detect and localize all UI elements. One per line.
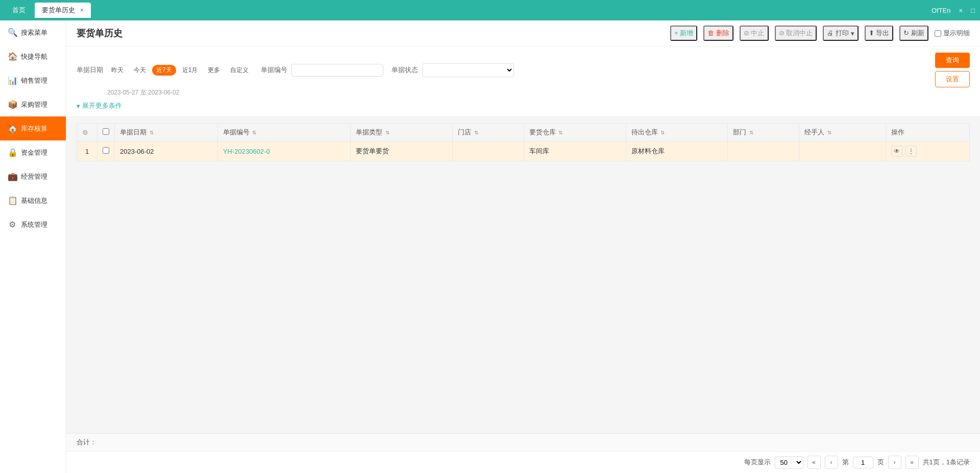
- footer-total: 合计：: [66, 433, 980, 451]
- date-btn-today[interactable]: 今天: [130, 65, 150, 76]
- th-date: 单据日期 ⇅: [115, 124, 218, 141]
- filter-row: 单据日期 昨天 今天 近7天 近1月 更多 自定义 单据编号: [77, 53, 970, 87]
- status-label: 单据状态: [391, 65, 418, 75]
- th-order-no-label: 单据编号: [223, 128, 250, 136]
- prev-page-button[interactable]: ‹: [825, 456, 838, 469]
- action-icons: 👁 ⋮: [891, 146, 964, 157]
- next-page-button[interactable]: ›: [888, 456, 901, 469]
- row-checkbox-cell[interactable]: [97, 141, 115, 161]
- maximize-icon[interactable]: □: [971, 7, 975, 14]
- new-button[interactable]: + 新增: [670, 26, 697, 41]
- print-dropdown-icon: ▾: [851, 30, 854, 37]
- pending-warehouse-sort-icon[interactable]: ⇅: [660, 130, 665, 135]
- date-btn-custom[interactable]: 自定义: [226, 65, 253, 76]
- req-warehouse-sort-icon[interactable]: ⇅: [558, 130, 562, 135]
- sidebar-item-inventory[interactable]: 🏠 库存核算: [0, 116, 66, 140]
- refresh-button[interactable]: ↻ 刷新: [899, 26, 928, 41]
- last-page-button[interactable]: »: [905, 456, 919, 469]
- order-no-label: 单据编号: [261, 65, 287, 75]
- first-page-button[interactable]: «: [807, 456, 821, 469]
- status-select[interactable]: [422, 63, 514, 77]
- total-label: 合计：: [77, 438, 96, 446]
- sidebar-label-basic-info: 基础信息: [21, 196, 47, 205]
- sidebar-label-quick-nav: 快捷导航: [21, 52, 47, 61]
- per-page-select[interactable]: 50 100: [775, 456, 803, 469]
- delete-button[interactable]: 🗑 删除: [703, 26, 733, 41]
- row-req-warehouse: 车间库: [524, 141, 626, 161]
- display-detail-check[interactable]: [935, 30, 941, 37]
- order-no-link[interactable]: YH-20230602-0: [223, 148, 270, 155]
- settings-button[interactable]: 设置: [935, 71, 970, 87]
- th-type: 单据类型 ⇅: [351, 124, 453, 141]
- sidebar-item-sales-mgmt[interactable]: 📊 销售管理: [0, 68, 66, 92]
- close-window-icon[interactable]: ×: [959, 7, 963, 14]
- total-info: 共1页，1条记录: [923, 458, 970, 467]
- store-sort-icon[interactable]: ⇅: [474, 130, 478, 135]
- date-sort-icon[interactable]: ⇅: [150, 130, 154, 135]
- often-label: OfTEn: [932, 7, 951, 14]
- row-checkbox[interactable]: [103, 147, 109, 154]
- sidebar-item-ops-mgmt[interactable]: 💼 经营管理: [0, 164, 66, 188]
- th-checkbox[interactable]: [97, 124, 115, 141]
- export-button[interactable]: ⬆ 导出: [865, 26, 894, 41]
- sys-mgmt-icon: ⚙: [8, 220, 17, 229]
- header-row: ⚙ 单据日期 ⇅ 单据编号 ⇅: [77, 124, 970, 141]
- stop-button[interactable]: ⊘ 中止: [740, 26, 769, 41]
- date-range-text: 2023-05-27 至 2023-06-02: [107, 89, 179, 96]
- action-more-icon[interactable]: ⋮: [905, 146, 917, 157]
- query-button[interactable]: 查询: [935, 53, 970, 68]
- sidebar-label-inventory: 库存核算: [21, 124, 47, 133]
- th-settings[interactable]: ⚙: [77, 124, 97, 141]
- handler-sort-icon[interactable]: ⇅: [827, 130, 831, 135]
- pagination-bar: 每页显示 50 100 « ‹ 第 页 › » 共1页，1条记录: [66, 451, 980, 473]
- order-no-sort-icon[interactable]: ⇅: [252, 130, 256, 135]
- ops-mgmt-icon: 💼: [8, 172, 17, 181]
- page-number-input[interactable]: [853, 457, 873, 468]
- type-sort-icon[interactable]: ⇅: [385, 130, 389, 135]
- date-btn-7days[interactable]: 近7天: [152, 65, 176, 76]
- sidebar-item-search-menu[interactable]: 🔍 搜索菜单: [0, 20, 66, 44]
- page-header: 要货单历史 + 新增 🗑 删除 ⊘ 中止 ⊘ 取消中止 🖨 打印 ▾ ⬆ 导出 …: [66, 20, 980, 46]
- toolbar: + 新增 🗑 删除 ⊘ 中止 ⊘ 取消中止 🖨 打印 ▾ ⬆ 导出 ↻ 刷新 显…: [670, 26, 970, 46]
- top-bar-right: OfTEn × □: [932, 7, 975, 14]
- th-action-label: 操作: [891, 128, 904, 136]
- page-label-after: 页: [877, 458, 884, 467]
- sidebar-item-finance-mgmt[interactable]: 🔒 资金管理: [0, 140, 66, 164]
- display-detail-checkbox[interactable]: 显示明细: [935, 29, 970, 38]
- th-handler-label: 经手人: [804, 128, 824, 136]
- cancel-stop-button[interactable]: ⊘ 取消中止: [775, 26, 817, 41]
- sidebar-item-sys-mgmt[interactable]: ⚙ 系统管理: [0, 212, 66, 236]
- th-pending-warehouse: 待出仓库 ⇅: [626, 124, 728, 141]
- tab-order-history[interactable]: 要货单历史 ×: [35, 3, 91, 18]
- sidebar-item-purchase-mgmt[interactable]: 📦 采购管理: [0, 92, 66, 116]
- sidebar-label-sys-mgmt: 系统管理: [21, 220, 47, 229]
- sidebar-item-quick-nav[interactable]: 🏠 快捷导航: [0, 44, 66, 68]
- date-btn-yesterday[interactable]: 昨天: [107, 65, 128, 76]
- action-view-icon[interactable]: 👁: [891, 146, 902, 157]
- th-dept-label: 部门: [733, 128, 746, 136]
- order-no-input[interactable]: [291, 64, 383, 77]
- status-filter-group: 单据状态: [391, 63, 514, 77]
- th-action: 操作: [886, 124, 970, 141]
- row-type: 要货单要货: [351, 141, 453, 161]
- th-req-warehouse-label: 要货仓库: [529, 128, 556, 136]
- th-req-warehouse: 要货仓库 ⇅: [524, 124, 626, 141]
- table-body: 1 2023-06-02 YH-20230602-0 要货单要货 车间库 原材料…: [77, 141, 970, 161]
- sidebar-item-basic-info[interactable]: 📋 基础信息: [0, 188, 66, 212]
- print-button[interactable]: 🖨 打印 ▾: [823, 26, 859, 41]
- filter-area: 单据日期 昨天 今天 近7天 近1月 更多 自定义 单据编号: [66, 46, 980, 117]
- tab-home[interactable]: 首页: [5, 3, 33, 18]
- select-all-checkbox[interactable]: [103, 128, 109, 135]
- tab-bar: 首页 要货单历史 ×: [5, 3, 932, 18]
- home-tab-label: 首页: [12, 6, 26, 15]
- date-btn-1month[interactable]: 近1月: [178, 65, 202, 76]
- sidebar: 🔍 搜索菜单 🏠 快捷导航 📊 销售管理 📦 采购管理 🏠 库存核算 🔒 资金管…: [0, 20, 66, 473]
- row-dept: [728, 141, 799, 161]
- date-btn-more[interactable]: 更多: [204, 65, 224, 76]
- sidebar-label-search-menu: 搜索菜单: [21, 28, 47, 37]
- column-settings-icon[interactable]: ⚙: [82, 129, 88, 136]
- dept-sort-icon[interactable]: ⇅: [749, 130, 753, 135]
- expand-more-btn[interactable]: ▾ 展开更多条件: [77, 101, 970, 110]
- tab-close-icon[interactable]: ×: [80, 7, 84, 14]
- row-action-cell: 👁 ⋮: [886, 141, 970, 161]
